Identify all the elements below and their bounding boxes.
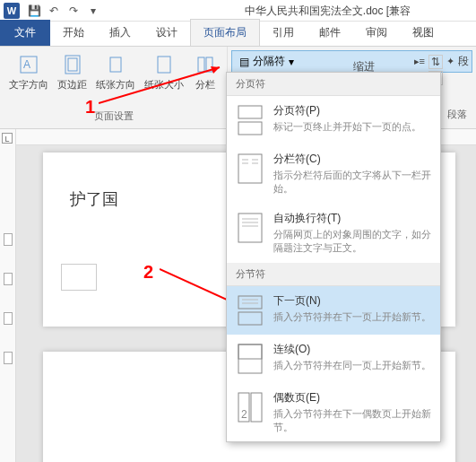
svg-rect-10 <box>238 154 262 183</box>
thumb-4[interactable] <box>4 352 13 364</box>
svg-rect-15 <box>238 214 262 242</box>
breaks-dropdown-menu: 分页符 分页符(P)标记一页终止并开始下一页的点。 分栏符(C)指示分栏符后面的… <box>226 72 441 442</box>
page-breaks-section-header: 分页符 <box>227 73 440 96</box>
chevron-down-icon: ▾ <box>289 56 294 68</box>
svg-text:2: 2 <box>241 408 247 421</box>
page-thumbnails <box>0 224 16 364</box>
thumb-1[interactable] <box>4 233 13 246</box>
tab-page-layout[interactable]: 页面布局 <box>190 19 260 46</box>
thumb-2[interactable] <box>4 273 13 285</box>
text-direction-icon: A <box>16 52 41 77</box>
tab-review[interactable]: 审阅 <box>353 20 400 46</box>
tab-view[interactable]: 视图 <box>400 20 446 46</box>
tab-references[interactable]: 引用 <box>260 20 307 46</box>
tab-file[interactable]: 文件 <box>0 20 50 46</box>
annotation-number-2: 2 <box>143 262 153 283</box>
svg-rect-24 <box>238 344 262 359</box>
next-page-icon <box>236 293 264 327</box>
svg-rect-26 <box>251 393 262 422</box>
text-wrapping-break-item[interactable]: 自动换行符(T)分隔网页上的对象周围的文字，如分隔题注文字与正文。 <box>227 204 440 263</box>
column-break-item[interactable]: 分栏符(C)指示分栏符后面的文字将从下一栏开始。 <box>227 144 440 204</box>
svg-rect-8 <box>238 106 262 118</box>
tab-home[interactable]: 开始 <box>50 20 97 46</box>
ruler-corner[interactable]: L <box>2 133 13 144</box>
section-break-marker <box>61 264 97 291</box>
svg-line-28 <box>99 67 220 103</box>
thumb-3[interactable] <box>4 312 13 325</box>
page-break-icon <box>236 103 264 137</box>
annotation-arrow-1 <box>99 63 233 108</box>
svg-rect-9 <box>238 122 262 135</box>
svg-text:A: A <box>23 58 30 71</box>
section-breaks-header: 分节符 <box>227 263 440 286</box>
annotation-number-1: 1 <box>85 97 95 118</box>
tab-mailings[interactable]: 邮件 <box>307 20 353 46</box>
svg-rect-3 <box>68 58 77 71</box>
text-wrap-icon <box>236 211 264 245</box>
page-break-item[interactable]: 分页符(P)标记一页终止并开始下一页的点。 <box>227 96 440 144</box>
next-page-section-break-item[interactable]: 下一页(N)插入分节符并在下一页上开始新节。 <box>227 286 440 335</box>
document-title: 中华人民共和国宪法全文.doc [兼容 <box>0 4 476 19</box>
tab-insert[interactable]: 插入 <box>97 20 143 46</box>
indent-left-control[interactable]: ▸≡ ⇅ ✦ 段 <box>414 54 469 69</box>
continuous-icon <box>236 342 264 376</box>
even-page-section-break-item[interactable]: 2 偶数页(E)插入分节符并在下一偶数页上开始新节。 <box>227 383 440 442</box>
paragraph-group-label: 段落 <box>447 108 467 121</box>
margins-icon <box>60 52 85 77</box>
column-break-icon <box>236 152 264 186</box>
text-direction-button[interactable]: A 文字方向 <box>5 50 52 92</box>
svg-rect-19 <box>238 296 262 309</box>
svg-rect-20 <box>238 312 262 325</box>
even-page-icon: 2 <box>236 390 264 424</box>
tab-design[interactable]: 设计 <box>143 20 190 46</box>
page-setup-group-label: 页面设置 <box>94 108 134 125</box>
breaks-icon: ▤ <box>239 56 249 68</box>
margins-button[interactable]: 页边距 <box>54 50 91 92</box>
ribbon-tabs: 文件 开始 插入 设计 页面布局 引用 邮件 审阅 视图 <box>0 22 476 47</box>
continuous-section-break-item[interactable]: 连续(O)插入分节符并在同一页上开始新节。 <box>227 335 440 383</box>
svg-marker-29 <box>211 66 220 74</box>
page-text-left: 护了国 <box>70 190 118 208</box>
